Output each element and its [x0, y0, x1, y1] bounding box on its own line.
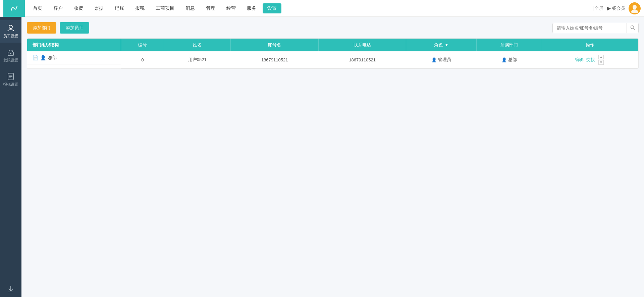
sidebar-item-tax[interactable]: 报税设置 — [0, 68, 21, 91]
cell-name: 用户0521 — [164, 51, 231, 68]
nav-item-管理[interactable]: 管理 — [201, 3, 220, 13]
fullscreen-button[interactable]: 全屏 — [588, 5, 603, 11]
row-scroll-arrows: ▲ ▼ — [597, 55, 605, 65]
svg-line-12 — [634, 28, 635, 30]
person-icon — [7, 24, 15, 32]
report-icon — [7, 72, 15, 81]
col-header-account: 账号名 — [231, 39, 319, 51]
nav-item-服务[interactable]: 服务 — [242, 3, 261, 13]
search-button[interactable] — [627, 23, 638, 33]
sidebar-item-employee[interactable]: 员工设置 — [0, 20, 21, 43]
col-header-id: 编号 — [121, 39, 164, 51]
scroll-up-button[interactable]: ▲ — [598, 55, 604, 59]
sidebar-item-permission-label: 权限设置 — [3, 58, 18, 63]
content-panel: 部门组织结构 📄 👤 总部 编号 姓名 账号名 联系电话 — [27, 38, 639, 69]
member-label: 畅会员 — [612, 5, 625, 11]
table-header-row: 编号 姓名 账号名 联系电话 角色 ▼ 所属部门 操作 — [121, 39, 638, 51]
col-header-actions: 操作 — [542, 39, 638, 51]
edit-link[interactable]: 编辑 — [575, 57, 584, 63]
role-icon: 👤 — [431, 57, 437, 62]
dept-user-icon: 👤 — [40, 55, 46, 60]
dept-root-label: 总部 — [48, 55, 57, 61]
sidebar-item-permission[interactable]: 权限设置 — [0, 44, 21, 67]
filter-icon[interactable]: ▼ — [445, 43, 448, 47]
nav-item-消息[interactable]: 消息 — [181, 3, 200, 13]
cell-dept: 👤 总部 — [477, 51, 542, 68]
nav-menu: 首页客户收费票据记账报税工商项目消息管理经营服务设置 — [28, 3, 588, 13]
col-header-name: 姓名 — [164, 39, 231, 51]
fullscreen-label: 全屏 — [595, 5, 603, 11]
nav-item-设置[interactable]: 设置 — [263, 3, 281, 13]
sidebar: 员工设置 权限设置 报税设置 — [0, 17, 21, 297]
col-header-dept: 所属部门 — [477, 39, 542, 51]
sidebar-download-button[interactable] — [0, 281, 21, 297]
cell-actions: 编辑 交接 ▲ ▼ — [542, 51, 638, 68]
search-input[interactable] — [553, 23, 627, 33]
cell-role: 👤 管理员 — [406, 51, 477, 68]
top-navigation: 首页客户收费票据记账报税工商项目消息管理经营服务设置 全屏 ▶ 畅会员 — [0, 0, 644, 17]
sidebar-item-employee-label: 员工设置 — [3, 34, 18, 39]
member-button[interactable]: ▶ 畅会员 — [607, 5, 625, 11]
transfer-link[interactable]: 交接 — [586, 57, 595, 63]
avatar[interactable] — [629, 2, 641, 14]
sidebar-item-tax-label: 报税设置 — [3, 82, 18, 87]
nav-item-记账[interactable]: 记账 — [110, 3, 129, 13]
nav-item-票据[interactable]: 票据 — [90, 3, 108, 13]
dept-panel: 部门组织结构 📄 👤 总部 — [27, 39, 121, 68]
svg-point-5 — [10, 53, 11, 54]
nav-item-经营[interactable]: 经营 — [222, 3, 240, 13]
cell-id: 0 — [121, 51, 164, 68]
table-row: 0 用户0521 18679110521 18679110521 👤 管理员 👤… — [121, 51, 638, 68]
video-icon: ▶ — [607, 5, 611, 11]
main-layout: 员工设置 权限设置 报税设置 — [0, 17, 644, 297]
svg-point-2 — [631, 9, 638, 13]
col-header-phone: 联系电话 — [318, 39, 406, 51]
cell-account: 18679110521 — [231, 51, 319, 68]
nav-item-收费[interactable]: 收费 — [69, 3, 88, 13]
svg-point-3 — [9, 25, 12, 29]
add-employee-button[interactable]: 添加员工 — [60, 22, 89, 34]
nav-item-报税[interactable]: 报税 — [130, 3, 149, 13]
main-content: 添加部门 添加员工 部门组织结构 📄 👤 总部 — [21, 17, 644, 297]
dept-tree-item-root[interactable]: 📄 👤 总部 — [27, 51, 121, 64]
action-bar: 添加部门 添加员工 — [27, 22, 639, 34]
fullscreen-icon — [588, 6, 593, 11]
file-icon: 📄 — [33, 55, 38, 60]
lock-icon — [7, 48, 15, 56]
logo — [3, 0, 25, 17]
nav-item-客户[interactable]: 客户 — [49, 3, 67, 13]
search-box — [552, 23, 639, 33]
dept-user-icon: 👤 — [501, 57, 507, 62]
nav-item-首页[interactable]: 首页 — [28, 3, 47, 13]
nav-right-area: 全屏 ▶ 畅会员 — [588, 2, 641, 14]
add-dept-button[interactable]: 添加部门 — [27, 22, 56, 34]
employee-table: 编号 姓名 账号名 联系电话 角色 ▼ 所属部门 操作 — [121, 39, 638, 68]
cell-phone: 18679110521 — [318, 51, 406, 68]
employee-table-panel: 编号 姓名 账号名 联系电话 角色 ▼ 所属部门 操作 — [121, 39, 638, 68]
svg-point-1 — [633, 5, 637, 9]
scroll-down-button[interactable]: ▼ — [598, 60, 604, 65]
col-header-role: 角色 ▼ — [406, 39, 477, 51]
dept-panel-header: 部门组织结构 — [27, 39, 121, 51]
nav-item-工商项目[interactable]: 工商项目 — [151, 3, 179, 13]
